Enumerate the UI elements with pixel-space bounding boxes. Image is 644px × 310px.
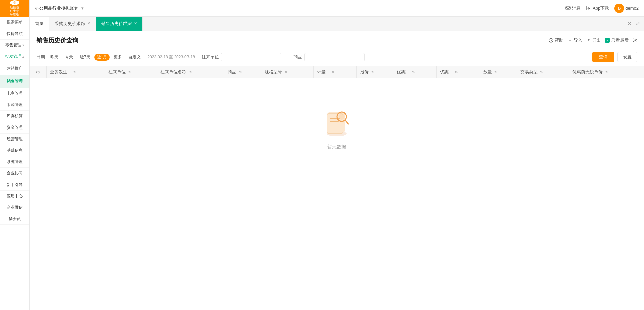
table-col-quote[interactable]: 报价 ⇅ [357, 66, 393, 78]
svg-text:?: ? [550, 39, 552, 42]
sidebar-item-operations[interactable]: 经营管理 [0, 134, 29, 145]
date-btn-today[interactable]: 今天 [62, 54, 76, 61]
date-filter-group: 日期 昨天 今天 近7天 近1月 更多 自定义 2023-02-18 至 202… [36, 54, 195, 61]
tab-purchase-history-label: 采购历史价跟踪 [55, 21, 85, 27]
sidebar-item-label: 新手引导 [7, 182, 23, 188]
sidebar-item-label: 企业微信 [7, 205, 23, 210]
sidebar-item-wechat[interactable]: 企业微信 [0, 202, 29, 213]
empty-text: 暂无数据 [327, 144, 346, 150]
sidebar-item-quick-nav[interactable]: 快捷导航 [0, 28, 29, 40]
import-button[interactable]: 导入 [568, 37, 582, 43]
goods-input[interactable] [304, 53, 365, 61]
tab-sales-history-close[interactable]: ✕ [134, 21, 137, 26]
sidebar-item-label: 库存核算 [7, 113, 23, 119]
tab-bar: 首页 采购历史价跟踪 ✕ 销售历史价跟踪 ✕ ✕ ⤢ [30, 17, 644, 31]
date-btn-last7[interactable]: 近7天 [77, 54, 93, 61]
table-col-discount1[interactable]: 优惠... ⇅ [393, 66, 437, 78]
col-label: 优惠... [397, 69, 409, 74]
sort-icon: ⇅ [285, 70, 287, 74]
message-label: 消息 [572, 5, 581, 11]
filter-actions: 查询 设置 [592, 52, 637, 62]
partner-input[interactable] [221, 53, 281, 61]
header-right: 消息 App下载 D demo2 [565, 4, 639, 13]
sidebar-item-label: 快捷导航 [7, 31, 23, 37]
partner-filter-group: 往来单位 ... [202, 53, 287, 61]
sidebar-item-inventory[interactable]: 库存核算 [0, 111, 29, 122]
sidebar-item-member[interactable]: 畅会员 [0, 213, 29, 225]
date-btn-yesterday[interactable]: 昨天 [48, 54, 61, 61]
main-content: 办公用品行业模拟账套 ▾ 消息 App下载 D de [30, 0, 644, 310]
tab-sales-history[interactable]: 销售历史价跟踪 ✕ [96, 17, 143, 31]
sidebar-item-purchase[interactable]: 采购管理 [0, 99, 29, 111]
date-btn-more[interactable]: 更多 [111, 54, 124, 61]
top-header: 办公用品行业模拟账套 ▾ 消息 App下载 D de [30, 0, 644, 17]
table-col-goods[interactable]: 商品 ⇅ [224, 66, 261, 78]
import-label: 导入 [574, 37, 582, 43]
sort-icon: ⇅ [189, 70, 192, 74]
search-menu[interactable]: 搜索菜单 [0, 17, 29, 28]
sidebar-item-retail-mgmt[interactable]: 零售管理 ▾ [0, 40, 29, 51]
col-label: 往来单位 [108, 69, 126, 74]
goods-picker-icon[interactable]: ... [367, 55, 370, 59]
last-only-checkbox[interactable]: ✓ 只看最后一次 [605, 37, 637, 43]
user-menu[interactable]: D demo2 [614, 4, 639, 13]
table-col-partner-code[interactable]: 往来单位 ⇅ [105, 66, 157, 78]
sort-icon: ⇅ [239, 70, 242, 74]
workspace-title: 办公用品行业模拟账套 [35, 5, 78, 11]
page-title: 销售历史价查询 [36, 36, 78, 44]
sidebar-item-ecommerce[interactable]: 电商管理 [0, 88, 29, 99]
message-button[interactable]: 消息 [565, 5, 581, 11]
col-label: 报价 [360, 69, 369, 74]
sort-icon: ⇅ [371, 70, 374, 74]
sidebar-item-basic-info[interactable]: 基础信息 [0, 145, 29, 156]
search-menu-label: 搜索菜单 [7, 20, 23, 24]
table-col-discount2[interactable]: 优惠... ⇅ [437, 66, 480, 78]
date-btn-last1m[interactable]: 近1月 [94, 54, 110, 61]
table-col-unit[interactable]: 计量... ⇅ [313, 66, 357, 78]
tab-fullscreen-icon[interactable]: ⤢ [636, 20, 640, 27]
sort-icon: ⇅ [332, 70, 334, 74]
sidebar-item-enterprise[interactable]: 企业协同 [0, 168, 29, 179]
sidebar-item-sales-mgmt[interactable]: 销售管理 [0, 75, 29, 88]
sort-icon: ⇅ [494, 70, 497, 74]
sidebar-item-finance[interactable]: 资金管理 [0, 122, 29, 134]
table-col-spec[interactable]: 规格型号 ⇅ [261, 66, 313, 78]
sidebar-item-label: 经营管理 [7, 136, 23, 142]
tab-home[interactable]: 首页 [30, 17, 49, 31]
date-btn-custom[interactable]: 自定义 [126, 54, 143, 61]
table-col-qty[interactable]: 数量 ⇅ [480, 66, 517, 78]
tab-purchase-history[interactable]: 采购历史价跟踪 ✕ [49, 17, 96, 31]
svg-rect-1 [587, 6, 590, 10]
table-col-gear[interactable]: ⚙ [30, 66, 46, 78]
partner-picker-icon[interactable]: ... [283, 55, 287, 59]
export-button[interactable]: 导出 [586, 37, 601, 43]
sidebar-item-label: 零售管理 [5, 42, 21, 48]
goods-filter-group: 商品 ... [293, 53, 370, 61]
sidebar-item-label: 电商管理 [7, 91, 23, 96]
table-col-pretax-price[interactable]: 优惠前无税单价 ⇅ [569, 66, 644, 78]
sidebar-item-label: 基础信息 [7, 148, 23, 153]
table-col-partner-name[interactable]: 往来单位名称 ⇅ [157, 66, 224, 78]
data-table: ⚙ 业务发生... ⇅ 往来单位 ⇅ 往来单位名称 ⇅ [30, 66, 644, 78]
col-label: 往来单位名称 [160, 69, 186, 74]
app-download-button[interactable]: App下载 [586, 5, 609, 11]
message-icon [565, 6, 571, 11]
tab-close-all-icon[interactable]: ✕ [627, 20, 632, 27]
table-col-biz-date[interactable]: 业务发生... ⇅ [46, 66, 105, 78]
sidebar-item-label: 营销推广 [7, 66, 23, 71]
sidebar-item-system[interactable]: 系统管理 [0, 156, 29, 168]
sidebar-item-label: 企业协同 [7, 170, 23, 176]
sidebar-item-marketing[interactable]: 营销推广 [0, 62, 29, 75]
svg-point-17 [339, 114, 345, 120]
table-col-trade-type[interactable]: 交易类型 ⇅ [517, 66, 569, 78]
sidebar-item-wholesale-mgmt[interactable]: 批发管理 ▴ [0, 51, 29, 62]
page-content: 销售历史价查询 ? 帮助 导入 [30, 31, 644, 310]
settings-button[interactable]: 设置 [617, 52, 637, 62]
tab-purchase-history-close[interactable]: ✕ [87, 21, 90, 26]
col-label: 规格型号 [265, 69, 282, 74]
help-button[interactable]: ? 帮助 [549, 37, 564, 43]
workspace-dropdown-icon[interactable]: ▾ [81, 6, 84, 11]
sidebar-item-guide[interactable]: 新手引导 [0, 179, 29, 191]
query-button[interactable]: 查询 [592, 52, 614, 62]
sidebar-item-app-center[interactable]: 应用中心 [0, 191, 29, 202]
